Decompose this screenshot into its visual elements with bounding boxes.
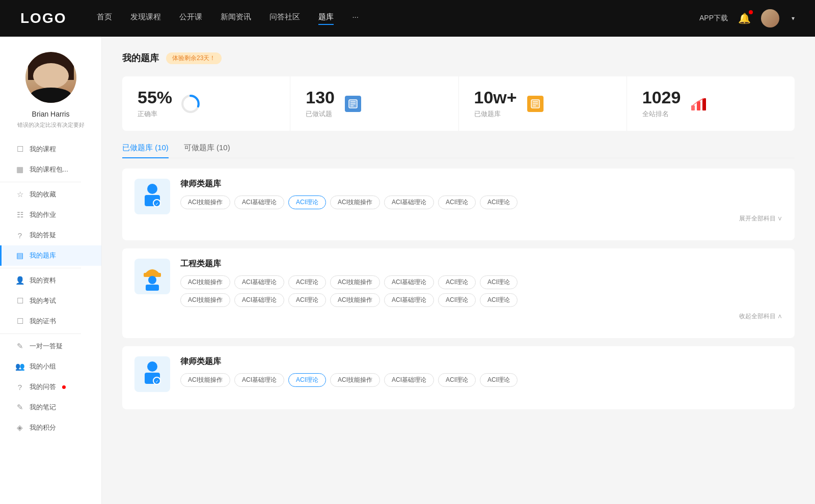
sidebar-item-course[interactable]: ☐ 我的课程 (0, 139, 101, 159)
tag-2-2[interactable]: ACI基础理论 (234, 275, 284, 289)
tag-3-7[interactable]: ACI理论 (480, 373, 518, 387)
tags-row-1: ACI技能操作 ACI基础理论 ACI理论 ACI技能操作 ACI基础理论 AC… (180, 195, 782, 209)
avatar-image (761, 9, 779, 27)
sidebar: Brian Harris 错误的决定比没有决定要好 ☐ 我的课程 ▦ 我的课程包… (0, 37, 102, 504)
tag-2-4[interactable]: ACI技能操作 (330, 275, 380, 289)
lawyer-svg-1: ✓ (140, 183, 165, 211)
tag-1-3[interactable]: ACI理论 (288, 195, 326, 209)
tag-2b-1[interactable]: ACI技能操作 (180, 293, 230, 307)
tag-1-7[interactable]: ACI理论 (480, 195, 518, 209)
tag-2-5[interactable]: ACI基础理论 (384, 275, 434, 289)
tag-3-2[interactable]: ACI基础理论 (234, 373, 284, 387)
homework-icon: ☷ (15, 210, 24, 219)
svg-rect-19 (146, 285, 159, 291)
page-header: 我的题库 体验剩余23天！ (122, 52, 795, 64)
sidebar-label-myqa: 我的问答 (30, 382, 56, 391)
sidebar-item-homework[interactable]: ☷ 我的作业 (0, 205, 101, 225)
tag-3-6[interactable]: ACI理论 (438, 373, 476, 387)
sidebar-item-qa[interactable]: ? 我的答疑 (0, 225, 101, 245)
navbar: LOGO 首页 发现课程 公开课 新闻资讯 问答社区 题库 ··· APP下载 … (0, 0, 815, 37)
sidebar-item-profile[interactable]: 👤 我的资料 (0, 270, 101, 291)
app-download-button[interactable]: APP下载 (699, 14, 728, 23)
favorites-icon: ☆ (15, 190, 24, 199)
tag-2b-2[interactable]: ACI基础理论 (234, 293, 284, 307)
divider-2 (0, 268, 81, 268)
stat-ranking-number: 1029 (642, 89, 681, 106)
svg-text:✓: ✓ (155, 379, 159, 384)
sidebar-item-myqa[interactable]: ? 我的问答 (0, 377, 101, 397)
tag-3-1[interactable]: ACI技能操作 (180, 373, 230, 387)
tag-3-3[interactable]: ACI理论 (288, 373, 326, 387)
avatar-dropdown-icon[interactable]: ▾ (792, 15, 795, 22)
sidebar-item-favorites[interactable]: ☆ 我的收藏 (0, 184, 101, 205)
sidebar-item-certificate[interactable]: ☐ 我的证书 (0, 311, 101, 331)
sidebar-item-groups[interactable]: 👥 我的小组 (0, 356, 101, 377)
nav-link-qa[interactable]: 问答社区 (269, 12, 300, 25)
sidebar-label-notes: 我的笔记 (30, 403, 56, 412)
page-title: 我的题库 (122, 52, 159, 64)
category-content-2: 工程类题库 ACI技能操作 ACI基础理论 ACI理论 ACI技能操作 ACI基… (180, 259, 782, 321)
category-content-1: 律师类题库 ACI技能操作 ACI基础理论 ACI理论 ACI技能操作 ACI基… (180, 179, 782, 223)
tag-1-1[interactable]: ACI技能操作 (180, 195, 230, 209)
sidebar-item-points[interactable]: ◈ 我的积分 (0, 417, 101, 438)
tag-1-5[interactable]: ACI基础理论 (384, 195, 434, 209)
tag-2-7[interactable]: ACI理论 (480, 275, 518, 289)
tag-2-6[interactable]: ACI理论 (438, 275, 476, 289)
sidebar-item-coursepack[interactable]: ▦ 我的课程包... (0, 159, 101, 180)
tag-1-4[interactable]: ACI技能操作 (330, 195, 380, 209)
sidebar-username: Brian Harris (32, 110, 70, 118)
qa-icon: ? (15, 231, 24, 240)
nav-link-more[interactable]: ··· (352, 12, 359, 25)
tag-2b-4[interactable]: ACI技能操作 (330, 293, 380, 307)
category-card-lawyer-1: ✓ 律师类题库 ACI技能操作 ACI基础理论 ACI理论 ACI技能操作 AC… (122, 169, 795, 240)
nav-link-opencourse[interactable]: 公开课 (179, 12, 202, 25)
stat-accuracy: 55% 正确率 (122, 76, 290, 131)
nav-links: 首页 发现课程 公开课 新闻资讯 问答社区 题库 ··· (97, 12, 699, 25)
notification-dot (62, 385, 66, 389)
svg-rect-11 (697, 101, 700, 110)
notes-icon: ✎ (15, 403, 24, 412)
expand-link-2[interactable]: 收起全部科目 ∧ (180, 312, 782, 321)
tag-3-5[interactable]: ACI基础理论 (384, 373, 434, 387)
tag-2b-5[interactable]: ACI基础理论 (384, 293, 434, 307)
tags-row-3: ACI技能操作 ACI基础理论 ACI理论 ACI技能操作 ACI基础理论 AC… (180, 373, 782, 387)
svg-point-20 (147, 361, 157, 372)
myqa-icon: ? (15, 383, 24, 391)
page-wrapper: Brian Harris 错误的决定比没有决定要好 ☐ 我的课程 ▦ 我的课程包… (0, 37, 815, 504)
notification-bell[interactable]: 🔔 (738, 12, 751, 24)
sidebar-item-exambank[interactable]: ▤ 我的题库 (0, 245, 101, 266)
tag-2b-6[interactable]: ACI理论 (438, 293, 476, 307)
nav-right: APP下载 🔔 ▾ (699, 9, 795, 27)
stat-accuracy-number: 55% (138, 89, 172, 106)
nav-link-exam[interactable]: 题库 (318, 12, 334, 25)
tag-2b-7[interactable]: ACI理论 (480, 293, 518, 307)
expand-link-1[interactable]: 展开全部科目 ∨ (180, 214, 782, 223)
sidebar-label-exam: 我的考试 (30, 296, 56, 305)
stat-accuracy-text: 55% 正确率 (138, 89, 172, 119)
engineer-icon (134, 259, 170, 294)
nav-link-home[interactable]: 首页 (97, 12, 112, 25)
stat-done-banks-text: 10w+ 已做题库 (474, 89, 517, 119)
bar-chart-icon (690, 96, 708, 111)
tag-2-1[interactable]: ACI技能操作 (180, 275, 230, 289)
course-icon: ☐ (15, 145, 24, 154)
tag-3-4[interactable]: ACI技能操作 (330, 373, 380, 387)
sidebar-item-notes[interactable]: ✎ 我的笔记 (0, 397, 101, 417)
sidebar-item-1on1[interactable]: ✎ 一对一答疑 (0, 336, 101, 356)
nav-link-news[interactable]: 新闻资讯 (221, 12, 251, 25)
stat-ranking-text: 1029 全站排名 (642, 89, 681, 119)
tag-2-3[interactable]: ACI理论 (288, 275, 326, 289)
tag-1-6[interactable]: ACI理论 (438, 195, 476, 209)
sidebar-label-course: 我的课程 (30, 145, 56, 154)
tag-2b-3[interactable]: ACI理论 (288, 293, 326, 307)
tab-done[interactable]: 已做题库 (10) (122, 143, 169, 158)
svg-rect-10 (691, 105, 695, 110)
tag-1-2[interactable]: ACI基础理论 (234, 195, 284, 209)
user-avatar[interactable] (761, 9, 779, 27)
nav-link-discover[interactable]: 发现课程 (130, 12, 161, 25)
tab-available[interactable]: 可做题库 (10) (184, 143, 230, 158)
sidebar-item-exam[interactable]: ☐ 我的考试 (0, 291, 101, 311)
sidebar-label-profile: 我的资料 (30, 276, 56, 285)
sidebar-tagline: 错误的决定比没有决定要好 (12, 121, 90, 129)
main-content: 我的题库 体验剩余23天！ 55% 正确率 130 (102, 37, 815, 504)
